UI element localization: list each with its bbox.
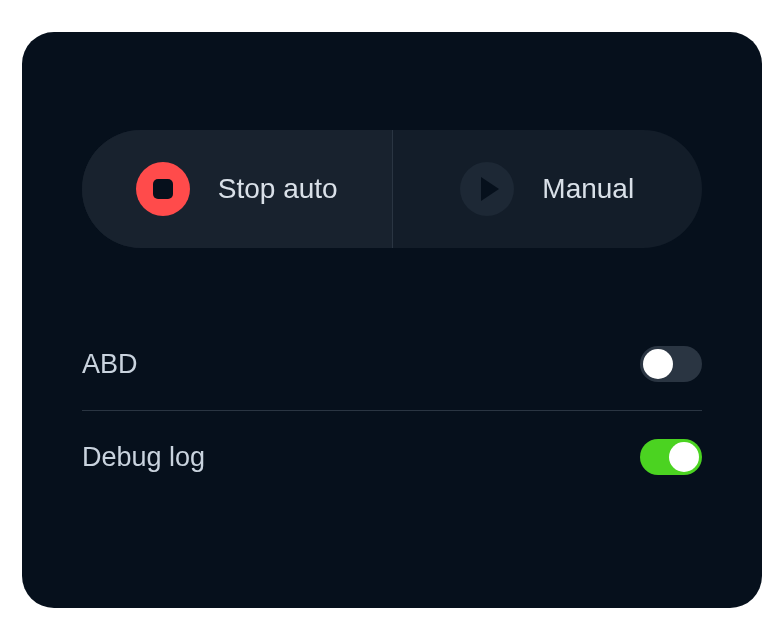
debug-log-setting-row: Debug log [82,421,702,493]
manual-label: Manual [542,173,634,205]
abd-setting-row: ABD [82,328,702,400]
divider [82,410,702,411]
abd-label: ABD [82,349,138,380]
debug-log-label: Debug log [82,442,205,473]
manual-segment[interactable]: Manual [393,130,703,248]
mode-segmented-control: Stop auto Manual [82,130,702,248]
settings-list: ABD Debug log [82,328,702,493]
toggle-knob [643,349,673,379]
play-icon [460,162,514,216]
toggle-knob [669,442,699,472]
settings-panel: Stop auto Manual ABD Debug log [22,32,762,608]
stop-auto-label: Stop auto [218,173,338,205]
stop-auto-segment[interactable]: Stop auto [82,130,393,248]
debug-log-toggle[interactable] [640,439,702,475]
stop-icon [136,162,190,216]
abd-toggle[interactable] [640,346,702,382]
